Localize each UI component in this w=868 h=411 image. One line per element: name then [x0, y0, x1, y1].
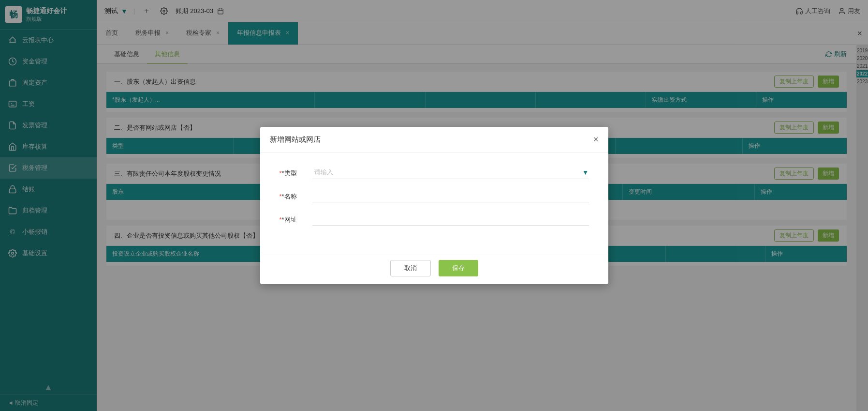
cancel-button[interactable]: 取消 — [390, 260, 431, 276]
form-row-url: **网址 — [280, 214, 589, 226]
url-input[interactable] — [312, 214, 589, 223]
form-input-wrap-type: ▼ — [312, 167, 589, 179]
modal-close-button[interactable]: × — [593, 135, 599, 145]
modal-overlay[interactable]: 新增网站或网店 × **类型 ▼ **名称 — [0, 0, 868, 411]
form-input-wrap-url — [312, 214, 589, 226]
form-row-type: **类型 ▼ — [280, 167, 589, 179]
form-input-wrap-name — [312, 191, 589, 202]
form-label-url: **网址 — [280, 215, 309, 224]
modal-footer: 取消 保存 — [260, 252, 608, 284]
save-button[interactable]: 保存 — [439, 260, 478, 276]
form-label-type: **类型 — [280, 169, 309, 178]
modal-header: 新增网站或网店 × — [260, 127, 608, 153]
modal-add-website: 新增网站或网店 × **类型 ▼ **名称 — [260, 127, 608, 284]
name-input[interactable] — [312, 191, 589, 200]
form-label-name: **名称 — [280, 192, 309, 201]
type-dropdown-icon[interactable]: ▼ — [582, 168, 589, 176]
modal-title: 新增网站或网店 — [270, 135, 321, 144]
type-input[interactable] — [312, 167, 582, 177]
modal-body: **类型 ▼ **名称 **网址 — [260, 153, 608, 252]
form-row-name: **名称 — [280, 191, 589, 202]
